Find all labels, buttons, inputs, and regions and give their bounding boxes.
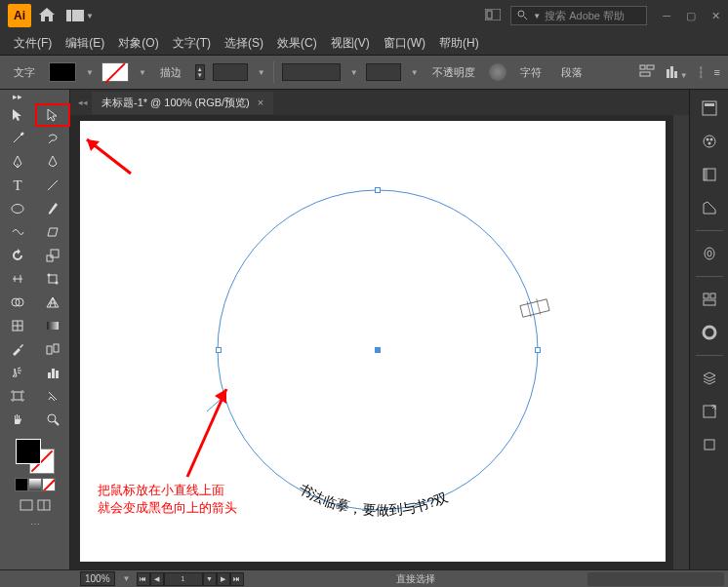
style-dropdown[interactable] xyxy=(366,63,401,81)
symbols-panel-icon[interactable] xyxy=(699,289,720,310)
svg-rect-1 xyxy=(72,10,84,21)
document-tabs: ◂◂ 未标题-1* @ 100% (RGB/预览) × xyxy=(70,90,689,115)
svg-point-52 xyxy=(708,251,711,256)
shape-builder-tool[interactable] xyxy=(0,291,35,314)
svg-rect-15 xyxy=(47,255,53,261)
menu-help[interactable]: 帮助(H) xyxy=(433,33,485,54)
svg-rect-11 xyxy=(674,71,677,78)
lasso-tool[interactable] xyxy=(35,127,70,150)
stroke-weight-input[interactable] xyxy=(213,63,248,81)
close-button[interactable]: ✕ xyxy=(711,10,720,22)
stroke-swatch[interactable] xyxy=(101,62,129,82)
workspace-switcher[interactable]: ▼ xyxy=(66,10,94,21)
svg-rect-29 xyxy=(52,369,55,378)
svg-rect-55 xyxy=(704,300,715,305)
home-icon[interactable] xyxy=(39,8,55,23)
scale-tool[interactable] xyxy=(35,244,70,267)
stroke-stepper[interactable]: ▲▼ xyxy=(195,64,205,80)
annotation-text-2: 就会变成黑色向上的箭头 xyxy=(98,499,237,517)
maximize-button[interactable]: ▢ xyxy=(686,10,696,22)
width-tool[interactable] xyxy=(0,267,35,291)
tab-expand-icon[interactable]: ◂◂ xyxy=(74,98,92,107)
screen-mode-icon[interactable] xyxy=(20,497,33,515)
artboard-nav[interactable]: ⏮◀ 1 ▼▶⏭ xyxy=(137,572,244,586)
free-transform-tool[interactable] xyxy=(35,267,70,291)
svg-rect-6 xyxy=(640,65,645,69)
magic-wand-tool[interactable] xyxy=(0,127,35,150)
para-panel-link[interactable]: 段落 xyxy=(555,65,588,80)
slice-tool[interactable] xyxy=(35,384,70,408)
svg-rect-44 xyxy=(705,103,714,106)
canvas[interactable]: 书法临摹，要做到与书?双 把鼠标放在小直线上面 就会变成黑色向上的箭头 xyxy=(70,115,689,569)
svg-rect-30 xyxy=(56,371,59,378)
document-tab[interactable]: 未标题-1* @ 100% (RGB/预览) × xyxy=(92,92,273,114)
artboards-panel-icon[interactable] xyxy=(699,434,720,455)
selection-tool[interactable] xyxy=(0,103,35,127)
minimize-button[interactable]: ─ xyxy=(663,10,670,22)
menu-type[interactable]: 文字(T) xyxy=(167,33,217,54)
fill-stroke-picker[interactable] xyxy=(16,439,55,474)
shaper-tool[interactable] xyxy=(0,220,35,244)
recolor-icon[interactable] xyxy=(489,63,506,81)
menu-object[interactable]: 对象(O) xyxy=(112,33,164,54)
search-input[interactable]: ▼ 搜索 Adobe 帮助 xyxy=(510,6,647,25)
line-tool[interactable] xyxy=(35,174,70,197)
curvature-tool[interactable] xyxy=(35,150,70,174)
zoom-tool[interactable] xyxy=(35,408,70,431)
titlebar: Ai ▼ ▼ 搜索 Adobe 帮助 ─ ▢ ✕ xyxy=(0,0,728,31)
svg-line-33 xyxy=(55,421,59,425)
arrange-docs-icon[interactable] xyxy=(485,9,501,22)
libraries-panel-icon[interactable] xyxy=(699,164,720,185)
close-tab-icon[interactable]: × xyxy=(258,97,263,108)
color-panel-icon[interactable] xyxy=(699,131,720,152)
zoom-level[interactable]: 100% xyxy=(80,571,115,586)
artboard-tool[interactable] xyxy=(0,384,35,408)
perspective-grid-tool[interactable] xyxy=(35,291,70,314)
svg-point-51 xyxy=(705,248,714,259)
eyedropper-tool[interactable] xyxy=(0,337,35,361)
gradient-tool[interactable] xyxy=(35,314,70,337)
transform-icon[interactable]: ▼ xyxy=(665,64,688,80)
fill-swatch[interactable] xyxy=(49,62,76,82)
symbol-sprayer-tool[interactable] xyxy=(0,361,35,384)
column-graph-tool[interactable] xyxy=(35,361,70,384)
swatch-color[interactable] xyxy=(15,478,28,491)
eraser-tool[interactable] xyxy=(35,220,70,244)
layers-panel-icon[interactable] xyxy=(699,368,720,389)
menu-edit[interactable]: 编辑(E) xyxy=(60,33,110,54)
menu-effect[interactable]: 效果(C) xyxy=(271,33,323,54)
expand-icon[interactable]: ▸▸ xyxy=(0,90,35,103)
svg-point-32 xyxy=(48,414,56,422)
edit-toolbar-icon[interactable]: ⋯ xyxy=(6,519,63,529)
swatch-gradient[interactable] xyxy=(28,478,42,491)
panel-menu-icon[interactable]: ≡ xyxy=(714,66,720,78)
menu-select[interactable]: 选择(S) xyxy=(219,33,269,54)
pen-tool[interactable] xyxy=(0,150,35,174)
draw-mode-icon[interactable] xyxy=(37,497,51,515)
rotate-tool[interactable] xyxy=(0,244,35,267)
properties-panel-icon[interactable] xyxy=(699,98,720,119)
menu-view[interactable]: 视图(V) xyxy=(325,33,376,54)
stroke-panel-icon[interactable] xyxy=(699,322,720,343)
svg-rect-8 xyxy=(640,72,650,76)
asset-export-panel-icon[interactable] xyxy=(699,401,720,422)
menu-window[interactable]: 窗口(W) xyxy=(378,33,431,54)
direct-selection-tool[interactable] xyxy=(35,103,70,127)
hand-tool[interactable] xyxy=(0,408,35,431)
paintbrush-tool[interactable] xyxy=(35,197,70,220)
ellipse-tool[interactable] xyxy=(0,197,35,220)
mesh-tool[interactable] xyxy=(0,314,35,337)
type-tool[interactable]: T xyxy=(0,174,35,197)
align-icon[interactable] xyxy=(639,64,655,80)
artboard[interactable]: 书法临摹，要做到与书?双 把鼠标放在小直线上面 就会变成黑色向上的箭头 xyxy=(80,121,666,562)
swatches-panel-icon[interactable] xyxy=(699,197,720,218)
brushes-panel-icon[interactable] xyxy=(699,243,720,264)
swatch-none[interactable] xyxy=(42,478,56,491)
blend-tool[interactable] xyxy=(35,337,70,361)
vertical-scrollbar[interactable] xyxy=(673,115,689,569)
brush-definition[interactable] xyxy=(282,63,341,81)
svg-text:书法临摹，要做到与书?双: 书法临摹，要做到与书?双 xyxy=(296,481,450,519)
svg-rect-25 xyxy=(47,322,59,330)
menu-file[interactable]: 文件(F) xyxy=(8,33,58,54)
char-panel-link[interactable]: 字符 xyxy=(514,65,547,80)
